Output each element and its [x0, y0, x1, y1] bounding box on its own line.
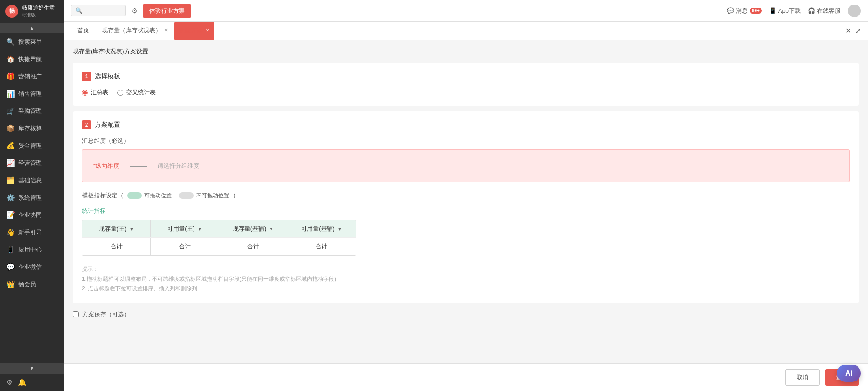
toggle-draggable-box[interactable]: [127, 192, 142, 199]
sidebar-logo: 畅 畅康通好生意 标准版: [0, 0, 64, 23]
dimension-box[interactable]: *纵向维度 —— 请选择分组维度: [82, 149, 850, 182]
sidebar-item-operations[interactable]: 📈 经营管理: [0, 154, 64, 172]
sidebar-item-guide[interactable]: 👋 新手引导: [0, 224, 64, 241]
stats-cell-0: 合计: [82, 238, 151, 255]
sidebar-item-label: 搜索菜单: [18, 38, 42, 46]
radio-summary-label: 汇总表: [91, 88, 108, 97]
sidebar-item-member[interactable]: 👑 畅会员: [0, 276, 64, 293]
ai-float-button[interactable]: Ai: [837, 365, 861, 382]
stats-table: 现存量(主) ▼ 可用量(主) ▼ 现存量(基辅) ▼: [82, 220, 356, 256]
radio-summary[interactable]: 汇总表: [82, 88, 108, 97]
radio-cross[interactable]: 交叉统计表: [117, 88, 156, 97]
sidebar-item-purchase[interactable]: 🛒 采购管理: [0, 103, 64, 120]
sidebar-item-label: 企业协同: [18, 211, 42, 219]
step2-header: 2 方案配置: [82, 120, 850, 129]
sidebar-item-marketing[interactable]: 🎁 营销推广: [0, 68, 64, 85]
tab-inventory-close[interactable]: ✕: [164, 27, 168, 33]
radio-summary-input[interactable]: [82, 90, 88, 96]
sidebar-item-finance[interactable]: 💰 资金管理: [0, 137, 64, 154]
sidebar-item-label: 营销推广: [18, 72, 42, 81]
tab-new-plan-close[interactable]: ✕: [205, 27, 209, 33]
col-chevron-3: ▼: [337, 226, 342, 232]
search-icon: 🔍: [75, 7, 82, 14]
tip-line-1: 1.拖动标题栏可以调整布局，不可跨维度或指标区域拖动栏目字段(只能在同一维度或指…: [82, 274, 850, 284]
save-checkbox[interactable]: [73, 311, 79, 317]
topbar: 🔍 ⚙ 体验行业方案 💬 消息 99+ 📱 App下载 🎧 在线客服: [64, 0, 868, 22]
cancel-button[interactable]: 取消: [785, 369, 820, 386]
user-avatar[interactable]: [848, 5, 861, 17]
app-download-action[interactable]: 📱 App下载: [769, 7, 801, 15]
topbar-actions: 💬 消息 99+ 📱 App下载 🎧 在线客服: [727, 5, 861, 17]
box-icon: 📦: [6, 124, 15, 133]
sidebar-item-inventory[interactable]: 📦 库存核算: [0, 120, 64, 137]
sidebar-item-wechat[interactable]: 💬 企业微信: [0, 258, 64, 276]
sidebar-item-quick-nav[interactable]: 🏠 快捷导航: [0, 51, 64, 68]
search-input[interactable]: [85, 8, 122, 14]
stats-section-label: 统计指标: [82, 207, 850, 215]
stats-table-header: 现存量(主) ▼ 可用量(主) ▼ 现存量(基辅) ▼: [82, 220, 356, 237]
sidebar-item-label: 经营管理: [18, 159, 42, 167]
tips-title: 提示：: [82, 266, 98, 272]
topbar-search-box[interactable]: 🔍: [71, 5, 126, 16]
headset-icon: 🎧: [808, 7, 815, 14]
base-icon: 🗂️: [6, 176, 15, 185]
tab-new-plan[interactable]: 新建方案 ✕: [174, 22, 214, 40]
col-chevron-0: ▼: [129, 226, 134, 232]
dimension-required-text: *纵向维度: [93, 162, 119, 170]
sidebar-item-label: 新手引导: [18, 228, 42, 237]
step1-header: 1 选择模板: [82, 72, 850, 81]
operations-icon: 📈: [6, 159, 15, 167]
window-expand-btn[interactable]: ⤢: [855, 26, 861, 35]
settings-icon[interactable]: ⚙: [131, 6, 138, 15]
sidebar-item-system[interactable]: ⚙️ 系统管理: [0, 189, 64, 206]
online-service-action[interactable]: 🎧 在线客服: [808, 7, 841, 15]
toggle-non-draggable-box: [179, 192, 194, 199]
step2-section: 2 方案配置 汇总维度（必选） *纵向维度 —— 请选择分组维度 模板指标设定（: [73, 111, 859, 303]
tab-inventory-status[interactable]: 现存量（库存状况表） ✕: [96, 22, 174, 40]
col-header-3[interactable]: 可用量(基辅) ▼: [287, 220, 356, 237]
guide-icon: 👋: [6, 228, 15, 237]
app-logo-icon: 畅: [5, 5, 18, 18]
tab-bar: 首页 现存量（库存状况表） ✕ 新建方案 ✕ ✕ ⤢: [64, 22, 868, 40]
sidebar-item-corp[interactable]: 📝 企业协同: [0, 206, 64, 224]
sidebar-item-label: 基础信息: [18, 176, 42, 185]
sound-footer-icon[interactable]: 🔔: [18, 378, 26, 386]
step2-title: 方案配置: [95, 121, 120, 129]
message-label: 消息: [736, 7, 748, 15]
sidebar-item-search[interactable]: 🔍 搜索菜单: [0, 33, 64, 51]
step1-section: 1 选择模板 汇总表 交叉统计表: [73, 63, 859, 106]
config-section: 汇总维度（必选） *纵向维度 —— 请选择分组维度 模板指标设定（ 可拖动位置: [82, 137, 850, 294]
save-checkbox-row: 方案保存（可选）: [73, 310, 859, 319]
search-icon: 🔍: [6, 38, 15, 46]
col-chevron-1: ▼: [198, 226, 202, 232]
col-header-0[interactable]: 现存量(主) ▼: [82, 220, 151, 237]
money-icon: 💰: [6, 142, 15, 150]
sidebar-item-label: 系统管理: [18, 194, 42, 202]
radio-cross-label: 交叉统计表: [126, 88, 156, 97]
col-header-1[interactable]: 可用量(主) ▼: [151, 220, 219, 237]
stats-cell-1: 合计: [151, 238, 219, 255]
sidebar-scroll-up[interactable]: ▲: [0, 23, 64, 33]
indicator-config: 模板指标设定（ 可拖动位置 不可拖动位置 ）: [82, 191, 850, 200]
col-header-2[interactable]: 现存量(基辅) ▼: [219, 220, 287, 237]
sidebar-footer: ⚙ 🔔: [0, 373, 64, 391]
stats-table-row: 合计 合计 合计 合计: [82, 237, 356, 255]
sidebar-item-sales[interactable]: 📊 销售管理: [0, 85, 64, 103]
save-label: 方案保存（可选）: [82, 310, 130, 319]
radio-cross-input[interactable]: [117, 90, 123, 96]
window-close-btn[interactable]: ✕: [845, 26, 851, 35]
sidebar-item-base[interactable]: 🗂️ 基础信息: [0, 172, 64, 189]
settings-footer-icon[interactable]: ⚙: [6, 378, 12, 386]
page-title: 现存量(库存状况表)方案设置: [73, 47, 859, 56]
sidebar-item-app-center[interactable]: 📱 应用中心: [0, 241, 64, 258]
gift-icon: 🎁: [6, 72, 15, 81]
sidebar-scroll-down[interactable]: ▼: [0, 363, 64, 373]
message-badge: 99+: [750, 8, 762, 14]
content-area: 现存量(库存状况表)方案设置 1 选择模板 汇总表 交叉统计表 2: [64, 40, 868, 363]
message-action[interactable]: 💬 消息 99+: [727, 7, 762, 15]
col-label-1: 可用量(主): [167, 225, 195, 233]
message-icon: 💬: [727, 7, 734, 14]
tab-home[interactable]: 首页: [71, 22, 96, 40]
trial-button[interactable]: 体验行业方案: [143, 4, 191, 18]
col-label-3: 可用量(基辅): [301, 225, 335, 233]
